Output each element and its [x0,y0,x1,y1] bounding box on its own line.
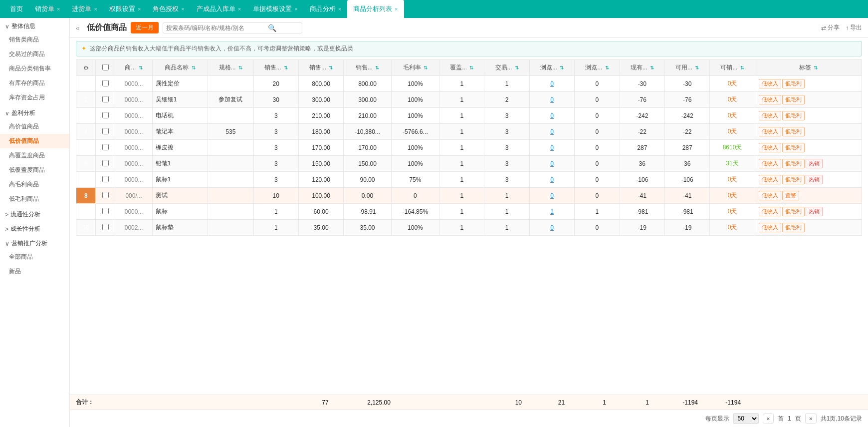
nav-analysis[interactable]: 商品分析 × [304,0,347,18]
row-settings[interactable]: 10 [76,220,96,236]
row-select-checkbox[interactable] [102,160,109,166]
row-view1[interactable]: 1 [529,204,574,220]
col-name[interactable]: 商品名称 ⇅ [152,60,208,76]
row-checkbox[interactable] [96,92,115,108]
sidebar-item-new-products[interactable]: 新品 [0,264,69,279]
collapse-sidebar-btn[interactable]: « [76,24,80,32]
sidebar-group-marketing[interactable]: ∨ 营销推广分析 [0,235,69,250]
search-input[interactable] [166,24,266,31]
col-spec[interactable]: 规格... ⇅ [208,60,253,76]
row-settings[interactable]: 9 [76,204,96,220]
row-view1[interactable]: 0 [529,108,574,124]
sidebar-group-growth[interactable]: > 成长性分析 [0,221,69,235]
row-select-checkbox[interactable] [102,112,109,118]
row-view1[interactable]: 0 [529,92,574,108]
row-select-checkbox[interactable] [102,208,109,214]
row-settings[interactable]: 3 [76,108,96,124]
nav-sales[interactable]: 销货单 × [29,0,66,18]
nav-products[interactable]: 产成品入库单 × [191,0,247,18]
row-view1[interactable]: 0 [529,124,574,140]
nav-home[interactable]: 首页 [4,0,29,18]
col-current[interactable]: 现有... ⇅ [620,60,664,76]
close-products[interactable]: × [238,6,241,12]
col-code[interactable]: 商... ⇅ [115,60,152,76]
row-select-checkbox[interactable] [102,176,109,182]
row-settings[interactable]: 8 [76,188,96,204]
first-page-btn[interactable]: « [763,414,774,424]
col-available[interactable]: 可用... ⇅ [664,60,709,76]
row-checkbox[interactable] [96,140,115,156]
sidebar-item-stocked[interactable]: 有库存的商品 [0,76,69,90]
sidebar-item-low-coverage[interactable]: 低覆盖度商品 [0,163,69,177]
col-settings[interactable]: ⚙ [76,60,96,76]
col-margin[interactable]: 毛利率 ⇅ [391,60,439,76]
sidebar-item-low-value[interactable]: 低价值商品 [0,134,69,148]
sidebar-group-overall[interactable]: ∨ 整体信息 [0,18,69,32]
sidebar-group-profit[interactable]: ∨ 盈利分析 [0,105,69,119]
sidebar-item-high-margin[interactable]: 高毛利商品 [0,177,69,192]
nav-permissions[interactable]: 权限设置 × [103,0,147,18]
row-checkbox[interactable] [96,156,115,172]
close-roles[interactable]: × [181,6,184,12]
select-all-checkbox[interactable] [102,64,109,70]
col-view1[interactable]: 浏览... ⇅ [529,60,574,76]
row-checkbox[interactable] [96,188,115,204]
sidebar-item-high-value[interactable]: 高价值商品 [0,119,69,134]
close-analysis-list[interactable]: × [395,6,398,12]
close-sales[interactable]: × [57,6,60,12]
sidebar-item-sales-products[interactable]: 销售类商品 [0,32,69,47]
nav-roles[interactable]: 角色授权 × [147,0,190,18]
row-settings[interactable]: 6 [76,156,96,172]
row-view1[interactable]: 0 [529,172,574,188]
close-purchase[interactable]: × [94,6,97,12]
search-icon[interactable]: 🔍 [268,24,276,32]
col-trade[interactable]: 交易... ⇅ [484,60,529,76]
close-templates[interactable]: × [294,6,297,12]
close-analysis[interactable]: × [338,6,341,12]
col-sale-qty[interactable]: 销售... ⇅ [253,60,298,76]
row-view1[interactable]: 0 [529,76,574,92]
col-sale-amt[interactable]: 销售... ⇅ [298,60,343,76]
row-select-checkbox[interactable] [102,224,109,230]
row-select-checkbox[interactable] [102,144,109,150]
row-view1[interactable]: 0 [529,188,574,204]
filter-month-btn[interactable]: 近一月 [131,22,159,33]
sidebar-group-flow[interactable]: > 流通性分析 [0,206,69,221]
sidebar-item-stock-capital[interactable]: 库存资金占用 [0,90,69,105]
row-checkbox[interactable] [96,204,115,220]
sidebar-item-traded[interactable]: 交易过的商品 [0,47,69,61]
row-checkbox[interactable] [96,76,115,92]
row-settings[interactable]: 2 [76,92,96,108]
per-page-select[interactable]: 50 20 100 [733,413,759,424]
export-btn[interactable]: ↑ 导出 [846,23,862,32]
row-settings[interactable]: 4 [76,124,96,140]
row-checkbox[interactable] [96,172,115,188]
row-view1[interactable]: 0 [529,156,574,172]
row-select-checkbox[interactable] [102,80,109,86]
nav-purchase[interactable]: 进货单 × [66,0,103,18]
col-view2[interactable]: 浏览... ⇅ [575,60,620,76]
sidebar-item-all-products[interactable]: 全部商品 [0,250,69,264]
last-page-btn[interactable]: » [805,414,817,424]
col-coverage[interactable]: 覆盖... ⇅ [439,60,484,76]
row-view1[interactable]: 0 [529,220,574,236]
nav-templates[interactable]: 单据模板设置 × [247,0,303,18]
col-saleable[interactable]: 可销... ⇅ [710,60,755,76]
sidebar-item-low-margin[interactable]: 低毛利商品 [0,192,69,206]
row-checkbox[interactable] [96,220,115,236]
row-select-checkbox[interactable] [102,96,109,102]
sidebar-item-high-coverage[interactable]: 高覆盖度商品 [0,148,69,163]
col-tags[interactable]: 标签 ⇅ [755,60,862,76]
row-settings[interactable]: 7 [76,172,96,188]
col-checkbox[interactable] [96,60,115,76]
row-select-checkbox[interactable] [102,128,109,134]
row-settings[interactable]: 1 [76,76,96,92]
row-checkbox[interactable] [96,108,115,124]
row-settings[interactable]: 5 [76,140,96,156]
row-select-checkbox[interactable] [102,192,109,198]
row-checkbox[interactable] [96,124,115,140]
share-btn[interactable]: ⇄ 分享 [821,23,840,32]
row-view1[interactable]: 0 [529,140,574,156]
col-sale-price[interactable]: 销售... ⇅ [344,60,391,76]
sidebar-item-category-rate[interactable]: 商品分类销售率 [0,61,69,76]
